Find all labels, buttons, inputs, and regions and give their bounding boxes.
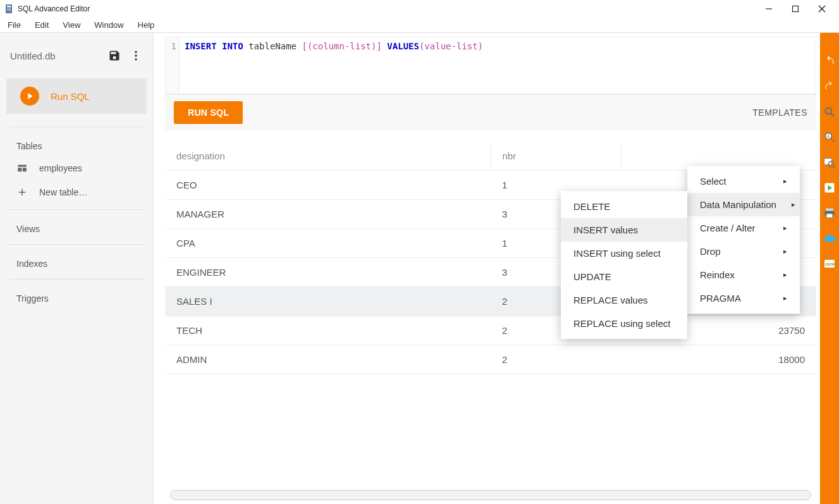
undo-icon[interactable] [823,54,836,68]
sidebar-run-sql[interactable]: Run SQL [6,78,147,114]
zoom-icon[interactable]: A [823,130,836,144]
templates-submenu: DELETEINSERT valuesINSERT using selectUP… [561,191,687,339]
right-toolbar: A JSON [820,33,839,504]
redo-icon[interactable] [823,80,836,94]
cell-designation: ENGINEER [165,258,491,287]
column-header-nbr[interactable]: nbr [491,142,621,171]
templates-dropdown[interactable]: TEMPLATES [752,108,807,118]
svg-rect-1 [7,6,11,7]
sidebar-section-tables: Tables [0,132,153,156]
svg-rect-13 [18,168,21,171]
menu-help[interactable]: Help [132,19,161,31]
cell-designation: ADMIN [165,345,491,374]
sidebar-new-table[interactable]: New table… [0,180,153,204]
json-icon[interactable]: JSON [823,257,836,271]
svg-rect-6 [793,6,799,12]
templates-submenu-item[interactable]: DELETE [561,195,687,218]
search-icon[interactable] [823,105,836,119]
templates-submenu-item[interactable]: REPLACE values [561,288,687,312]
sidebar-section-views[interactable]: Views [0,215,153,239]
cell-designation: CEO [165,171,491,200]
templates-submenu-item[interactable]: INSERT values [561,218,687,242]
svg-rect-4 [7,10,11,11]
sidebar-section-triggers[interactable]: Triggers [0,285,153,309]
svg-rect-26 [826,214,833,218]
templates-menu-item[interactable]: Reindex [687,263,800,286]
cell-designation: MANAGER [165,200,491,229]
templates-menu-item[interactable]: PRAGMA [687,286,800,310]
templates-menu-item[interactable]: Select [687,169,800,193]
horizontal-scrollbar[interactable] [170,490,811,500]
sql-code: INSERT INTO tableName [(column-list)] VA… [180,37,488,94]
sidebar-table-employees[interactable]: employees [0,156,153,180]
window-close-button[interactable] [809,0,835,18]
templates-submenu-item[interactable]: UPDATE [561,265,687,288]
inspect-icon[interactable] [823,156,836,169]
cell-designation: SALES I [165,287,491,316]
svg-line-18 [831,139,835,142]
svg-rect-14 [23,168,27,171]
templates-menu: SelectData ManipulationCreate / AlterDro… [687,166,800,314]
svg-point-10 [135,54,137,56]
print-icon[interactable] [823,206,836,220]
menu-edit[interactable]: Edit [28,19,55,31]
sidebar-run-label: Run SQL [51,91,90,102]
play-icon[interactable] [823,181,836,195]
save-icon[interactable] [107,49,121,63]
svg-point-9 [135,51,137,53]
sidebar-section-indexes[interactable]: Indexes [0,250,153,274]
svg-rect-12 [18,165,27,167]
templates-submenu-item[interactable]: INSERT using select [561,242,687,265]
sidebar: Untitled.db Run SQL Tables employees New… [0,33,154,504]
svg-text:A: A [827,134,830,138]
app-icon [4,4,14,14]
line-number: 1 [171,41,176,51]
templates-menu-item[interactable]: Create / Alter [687,216,800,240]
sidebar-table-label: employees [39,163,82,173]
menu-file[interactable]: File [1,19,27,31]
svg-point-15 [825,108,831,114]
table-row[interactable]: TECH223750 [165,316,816,345]
window-titlebar: SQL Advanced Editor [0,0,839,18]
menubar: File Edit View Window Help [0,18,839,33]
svg-rect-3 [7,9,11,9]
cell-designation: CPA [165,229,491,258]
templates-menu-item[interactable]: Drop [687,240,800,263]
svg-rect-2 [7,8,11,8]
cell-designation: TECH [165,316,491,345]
table-row[interactable]: ADMIN218000 [165,345,816,374]
window-title: SQL Advanced Editor [18,4,90,13]
main-area: 1 INSERT INTO tableName [(column-list)] … [154,33,820,504]
play-circle-icon [20,87,39,106]
menu-window[interactable]: Window [88,19,130,31]
cell-c3: 18000 [621,345,816,374]
svg-line-16 [831,114,835,117]
plus-icon [16,187,28,198]
window-minimize-button[interactable] [756,0,782,18]
run-sql-button[interactable]: RUN SQL [174,101,243,124]
more-vert-icon[interactable] [129,49,143,63]
column-header-designation[interactable]: designation [165,142,491,171]
database-name: Untitled.db [10,51,100,61]
window-maximize-button[interactable] [782,0,809,18]
menu-view[interactable]: View [56,19,87,31]
cell-nbr: 2 [491,345,621,374]
sidebar-new-table-label: New table… [39,187,87,197]
table-icon [16,163,28,174]
sql-editor[interactable]: 1 INSERT INTO tableName [(column-list)] … [165,37,816,94]
templates-menu-item[interactable]: Data Manipulation [687,193,800,216]
svg-rect-24 [826,209,833,211]
svg-line-22 [833,166,835,168]
svg-text:JSON: JSON [825,262,835,266]
cloud-icon[interactable] [823,231,836,245]
svg-point-11 [135,58,137,60]
templates-submenu-item[interactable]: REPLACE using select [561,312,687,335]
